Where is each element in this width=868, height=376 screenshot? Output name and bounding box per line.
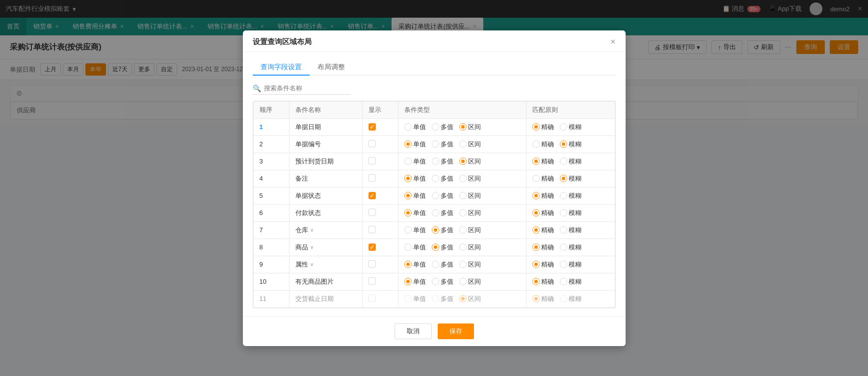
display-checkbox[interactable]: ✓ [368,123,376,125]
radio-indicator[interactable] [432,123,439,125]
radio-indicator[interactable] [560,123,567,125]
type-option-区间[interactable]: 区间 [459,123,481,125]
dialog-close-button[interactable]: × [610,37,616,46]
display-cell: ✓ [362,118,398,125]
dialog-search-bar: 🔍 [253,82,351,95]
dialog-body: 查询字段设置 布局调整 🔍 顺序 条件名称 显示 条件类型 [243,52,626,125]
condition-name: 单据日期 [295,123,321,125]
col-match: 匹配原则 [526,101,615,118]
table-row: 1单据日期✓单值多值区间精确模糊 [253,118,615,125]
search-input[interactable] [264,84,347,92]
match-cell: 精确模糊 [526,118,615,125]
search-icon: 🔍 [253,84,261,92]
dialog-conditions-table: 顺序 条件名称 显示 条件类型 匹配原则 1单据日期✓单值多值区间精确模糊2单据… [253,101,615,125]
radio-indicator[interactable] [404,123,412,125]
type-option-单值[interactable]: 单值 [404,123,426,125]
col-display: 显示 [362,101,398,118]
match-option-模糊[interactable]: 模糊 [560,123,581,125]
match-radio-group: 精确模糊 [532,123,608,125]
name-cell: 单据日期 [289,118,363,125]
type-option-多值[interactable]: 多值 [432,123,453,125]
dialog-title: 设置查询区域布局 [253,37,312,47]
col-name: 条件名称 [289,101,363,118]
tab-field-settings[interactable]: 查询字段设置 [253,60,310,76]
order-cell: 1 [253,118,289,125]
modal-overlay: 设置查询区域布局 × 查询字段设置 布局调整 🔍 顺序 [0,0,868,125]
type-radio-group: 单值多值区间 [404,123,520,125]
dialog-header: 设置查询区域布局 × [243,30,626,52]
dialog-table-wrapper: 顺序 条件名称 显示 条件类型 匹配原则 1单据日期✓单值多值区间精确模糊2单据… [253,101,616,125]
match-option-精确[interactable]: 精确 [532,123,554,125]
tab-layout-adjust[interactable]: 布局调整 [310,60,353,76]
col-order: 顺序 [253,101,289,118]
col-type: 条件类型 [398,101,526,118]
type-cell: 单值多值区间 [398,118,526,125]
order-num: 1 [260,123,263,125]
dialog-tabs: 查询字段设置 布局调整 [253,60,616,76]
radio-indicator[interactable] [532,123,540,125]
radio-indicator[interactable] [459,123,467,125]
dialog: 设置查询区域布局 × 查询字段设置 布局调整 🔍 顺序 [243,30,626,125]
